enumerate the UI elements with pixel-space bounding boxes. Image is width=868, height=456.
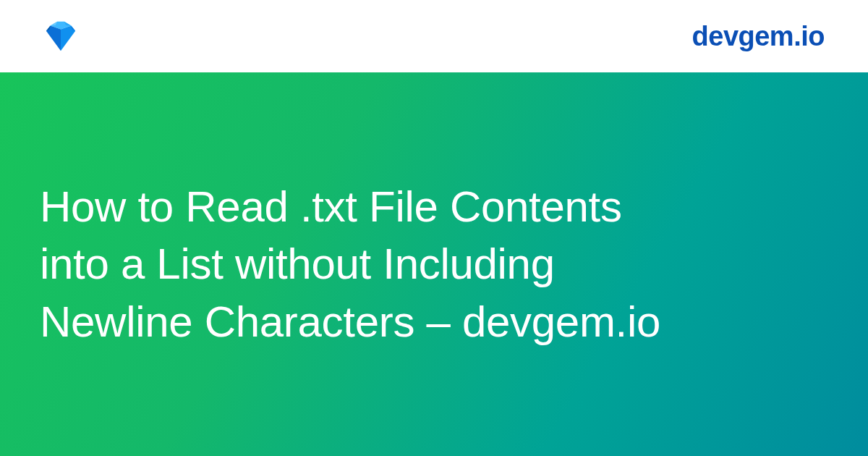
brand-name: devgem.io [692, 21, 825, 52]
page-title: How to Read .txt File Contents into a Li… [40, 178, 676, 350]
header-bar: devgem.io [0, 0, 868, 72]
hero-section: How to Read .txt File Contents into a Li… [0, 72, 868, 456]
gem-icon [43, 19, 78, 54]
